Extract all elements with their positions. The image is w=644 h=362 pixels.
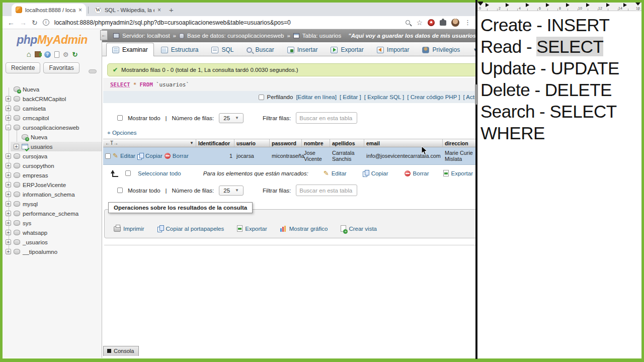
profile-avatar[interactable] xyxy=(451,19,459,27)
row-edit-link[interactable]: Editar xyxy=(120,153,135,159)
page-info-icon[interactable]: i xyxy=(43,19,49,26)
extensions-puzzle-icon[interactable] xyxy=(440,20,446,26)
tab-insertar[interactable]: Insertar xyxy=(281,43,324,56)
tab-exportar[interactable]: Exportar xyxy=(325,43,369,56)
console-toggle[interactable]: Consola xyxy=(103,346,139,356)
expand-icon[interactable]: + xyxy=(6,249,11,254)
export-action[interactable]: Exportar xyxy=(237,225,267,232)
bulk-edit[interactable]: ✎Editar xyxy=(324,170,347,176)
tree-item-cursojava[interactable]: +cursojava xyxy=(3,151,102,161)
expand-icon[interactable]: + xyxy=(6,220,11,226)
row-copy-link[interactable]: Copiar xyxy=(145,153,163,159)
tab-importar[interactable]: Importar xyxy=(371,43,416,56)
settings-gear-icon[interactable]: ⚙ xyxy=(63,51,69,58)
breadcrumb-table-link[interactable]: Tabla: usuarios xyxy=(302,33,341,39)
expand-icon[interactable]: + xyxy=(14,144,19,149)
row-delete-link[interactable]: Borrar xyxy=(173,153,189,159)
tab-buscar[interactable]: Buscar xyxy=(240,43,280,56)
scrollbar-thumb[interactable] xyxy=(475,84,478,105)
filter-rows-input[interactable] xyxy=(296,185,357,196)
tree-item-whatsapp[interactable]: +whatsapp xyxy=(3,228,102,237)
notes-text[interactable]: Create - INSERT Read - SELECT Update - U… xyxy=(477,11,641,144)
tab-stop-icon[interactable] xyxy=(623,3,629,7)
forward-icon[interactable]: → xyxy=(20,19,27,27)
expand-icon[interactable]: + xyxy=(6,192,11,197)
tree-item-backcrmcapitol[interactable]: +backCRMCapitol xyxy=(3,94,102,104)
expand-icon[interactable]: + xyxy=(6,163,11,168)
expand-icon[interactable]: + xyxy=(6,182,11,188)
show-chart-action[interactable]: Mostrar gráfico xyxy=(280,226,328,232)
browser-tab-wikipedia[interactable]: W SQL - Wikipedia, la enciclopedi × xyxy=(91,4,165,16)
logout-icon[interactable] xyxy=(35,51,41,57)
expand-icon[interactable]: + xyxy=(6,172,11,178)
num-rows-select[interactable]: 25▼ xyxy=(219,186,244,196)
options-link[interactable]: + Opciones xyxy=(107,130,498,136)
back-icon[interactable]: ← xyxy=(8,19,15,27)
tab-stop-icon[interactable] xyxy=(546,3,551,7)
tab-stop-icon[interactable] xyxy=(586,3,592,7)
expand-icon[interactable]: + xyxy=(6,211,11,216)
reload-icon[interactable]: ↻ xyxy=(32,19,38,27)
explain-sql-link[interactable]: [ Explicar SQL ] xyxy=(364,94,404,100)
breadcrumb-database-link[interactable]: Base de datos: cursoaplicacionesweb xyxy=(187,33,284,39)
edit-link[interactable]: [ Editar ] xyxy=(340,94,361,100)
column-header-identificador[interactable]: Identificador xyxy=(196,139,234,147)
close-tab-icon[interactable]: × xyxy=(157,7,161,13)
show-all-checkbox[interactable] xyxy=(117,188,123,193)
copy-clipboard-action[interactable]: Copiar al portapapeles xyxy=(157,225,224,232)
tree-item-erpjosevicente[interactable]: +ERPJoseVicente xyxy=(3,180,102,190)
expand-icon[interactable]: + xyxy=(6,201,11,207)
column-header-email[interactable]: email xyxy=(364,139,443,147)
tab-stop-icon[interactable] xyxy=(486,3,491,7)
sort-desc-icon[interactable]: ▼ xyxy=(190,141,194,145)
tab-sql[interactable]: SQL xyxy=(205,43,239,56)
show-all-checkbox[interactable] xyxy=(117,115,123,121)
tab-privilegios[interactable]: Privilegios xyxy=(416,43,466,56)
refresh-icon[interactable]: ↻ xyxy=(72,51,77,58)
help-icon[interactable]: ? xyxy=(44,51,51,58)
tab-stop-icon[interactable] xyxy=(606,3,612,7)
docs-icon[interactable] xyxy=(54,51,59,58)
new-tab-button[interactable]: + xyxy=(169,6,174,14)
row-checkbox[interactable] xyxy=(105,153,111,159)
profiling-checkbox[interactable] xyxy=(259,95,264,100)
column-header-password[interactable]: password xyxy=(270,139,302,147)
tree-item-sys[interactable]: +sys xyxy=(3,218,102,228)
select-all-link[interactable]: Seleccionar todo xyxy=(138,170,181,176)
tree-item-tipoalumno[interactable]: +__tipoalumno xyxy=(3,247,102,256)
tree-item-information-schema[interactable]: +information_schema xyxy=(3,190,102,199)
tree-item-crmcapitol[interactable]: +crmcapitol xyxy=(3,113,102,123)
expand-icon[interactable]: + xyxy=(6,230,11,235)
column-header-apellidos[interactable]: apellidos xyxy=(330,139,364,147)
tab-stop-icon[interactable] xyxy=(506,3,511,7)
recent-button[interactable]: Reciente xyxy=(6,62,40,73)
tab-stop-icon[interactable] xyxy=(526,3,531,7)
tree-item-empresas[interactable]: +empresas xyxy=(3,170,102,180)
tab-examinar[interactable]: Examinar xyxy=(106,43,154,56)
tree-item-cursoaplicacionesweb[interactable]: -cursoaplicacionesweb xyxy=(3,123,102,132)
column-header-direccion[interactable]: direccion xyxy=(443,139,476,147)
tree-item-new-database[interactable]: Nueva xyxy=(3,84,102,94)
print-action[interactable]: Imprimir xyxy=(114,226,144,232)
favorites-button[interactable]: Favoritas xyxy=(43,62,79,73)
bulk-export[interactable]: Exportar xyxy=(443,170,473,176)
bulk-delete[interactable]: Borrar xyxy=(405,170,429,176)
browser-menu-icon[interactable]: ⋮ xyxy=(464,19,471,26)
tree-item-performance-schema[interactable]: +performance_schema xyxy=(3,209,102,218)
bulk-copy[interactable]: Copiar xyxy=(363,170,388,176)
hide-navigation-button[interactable]: ← xyxy=(100,30,108,40)
create-php-link[interactable]: [ Crear código PHP ] xyxy=(407,94,460,100)
tree-item-usuarios-db[interactable]: +_usuarios xyxy=(3,237,102,247)
extension-icon[interactable] xyxy=(428,19,435,26)
tree-item-mysql[interactable]: +mysql xyxy=(3,199,102,209)
collapse-icon[interactable]: - xyxy=(6,125,11,130)
filter-rows-input[interactable] xyxy=(296,112,357,124)
expand-icon[interactable]: + xyxy=(6,106,11,111)
close-tab-icon[interactable]: × xyxy=(78,7,82,13)
tab-stop-icon[interactable] xyxy=(566,3,572,7)
url-input[interactable]: localhost:8888/phpmyadmin2/sql.php?db=cu… xyxy=(54,19,401,26)
edit-inline-link[interactable]: [Editar en línea] xyxy=(296,94,337,100)
column-reorder-icon[interactable]: ←T→ xyxy=(105,140,118,146)
zoom-icon[interactable] xyxy=(406,20,410,25)
tree-item-usuarios-selected[interactable]: +usuarios xyxy=(11,142,102,151)
